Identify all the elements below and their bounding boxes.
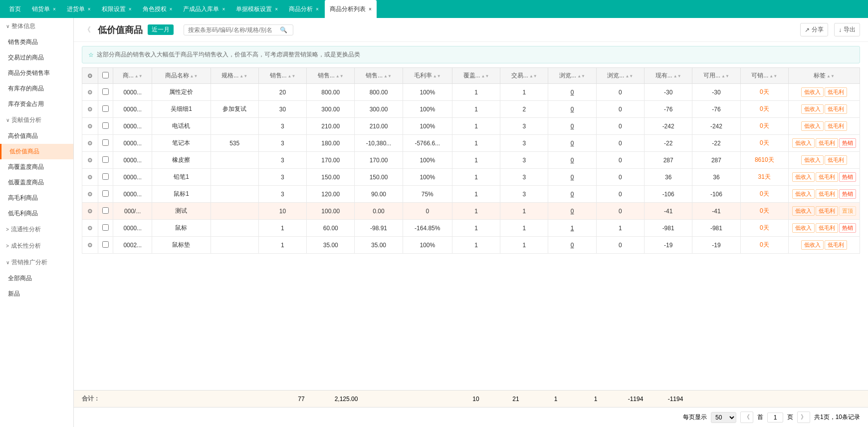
nav-permission-close[interactable]: × [129, 6, 132, 12]
nav-sales[interactable]: 销货单 × [27, 0, 61, 18]
sidebar-item-stock-goods[interactable]: 有库存的商品 [0, 81, 73, 96]
sidebar-group-contribution[interactable]: ∨ 贡献值分析 [0, 112, 73, 128]
row-view1[interactable]: 0 [548, 118, 596, 135]
nav-analysis-list-close[interactable]: × [369, 6, 372, 12]
row-view1[interactable]: 0 [548, 152, 596, 169]
row-select-checkbox[interactable] [102, 241, 109, 248]
sidebar-group-growth[interactable]: > 成长性分析 [0, 238, 73, 254]
row-checkbox[interactable] [98, 237, 113, 254]
row-settings[interactable]: ⚙ [82, 186, 98, 203]
col-margin[interactable]: 毛利率▲▼ [403, 68, 452, 84]
row-checkbox[interactable] [98, 101, 113, 118]
sidebar-group-marketing[interactable]: ∨ 营销推广分析 [0, 254, 73, 271]
row-view1[interactable]: 0 [548, 237, 596, 254]
col-sale-profit[interactable]: 销售...▲▼ [355, 68, 403, 84]
nav-template[interactable]: 单据模板设置 × [231, 0, 283, 18]
nav-purchase[interactable]: 进货单 × [62, 0, 96, 18]
row-select-checkbox[interactable] [102, 139, 109, 146]
row-select-checkbox[interactable] [102, 105, 109, 112]
row-checkbox[interactable] [98, 152, 113, 169]
col-settings[interactable]: ⚙ [82, 68, 98, 84]
last-page-btn[interactable]: 》 [797, 412, 810, 423]
row-view1[interactable]: 0 [548, 84, 596, 101]
row-view1[interactable]: 0 [548, 101, 596, 118]
search-input[interactable] [188, 26, 278, 33]
row-view1[interactable]: 0 [548, 169, 596, 186]
col-current[interactable]: 现有...▲▼ [645, 68, 692, 84]
col-coverage[interactable]: 覆盖...▲▼ [452, 68, 500, 84]
share-button[interactable]: ↗ 分享 [800, 23, 828, 36]
col-available[interactable]: 可用...▲▼ [692, 68, 740, 84]
row-view1[interactable]: 0 [548, 186, 596, 203]
col-view2[interactable]: 浏览...▲▼ [596, 68, 644, 84]
row-checkbox[interactable] [98, 135, 113, 152]
col-tags[interactable]: 标签▲▼ [789, 68, 860, 84]
nav-analysis-close[interactable]: × [316, 6, 319, 12]
first-page-btn[interactable]: 《 [740, 412, 753, 423]
nav-sales-close[interactable]: × [53, 6, 56, 12]
nav-permission[interactable]: 权限设置 × [97, 0, 137, 18]
row-settings[interactable]: ⚙ [82, 101, 98, 118]
nav-warehouse-close[interactable]: × [222, 6, 225, 12]
row-checkbox[interactable] [98, 169, 113, 186]
sidebar-item-high-margin[interactable]: 高毛利商品 [0, 190, 73, 206]
sidebar-item-traded-goods[interactable]: 交易过的商品 [0, 50, 73, 65]
row-settings[interactable]: ⚙ [82, 118, 98, 135]
nav-template-close[interactable]: × [275, 6, 278, 12]
sidebar-item-low-margin[interactable]: 低毛利商品 [0, 206, 73, 221]
row-view1[interactable]: 0 [548, 203, 596, 220]
row-settings[interactable]: ⚙ [82, 203, 98, 220]
view1-link[interactable]: 0 [571, 89, 574, 96]
sidebar-group-overall[interactable]: ∨ 整体信息 [0, 18, 73, 34]
col-saleable[interactable]: 可销...▲▼ [740, 68, 788, 84]
row-select-checkbox[interactable] [102, 190, 109, 197]
row-view1[interactable]: 1 [548, 220, 596, 237]
nav-role-close[interactable]: × [170, 6, 173, 12]
view1-link[interactable]: 1 [571, 225, 574, 232]
row-settings[interactable]: ⚙ [82, 135, 98, 152]
col-spec[interactable]: 规格...▲▼ [211, 68, 258, 84]
select-all-checkbox[interactable] [102, 72, 109, 78]
nav-purchase-close[interactable]: × [88, 6, 91, 12]
sidebar-item-high-coverage[interactable]: 高覆盖度商品 [0, 159, 73, 175]
sidebar-item-low-value[interactable]: 低价值商品 [0, 144, 73, 159]
sidebar-group-flow[interactable]: > 流通性分析 [0, 221, 73, 238]
col-view1[interactable]: 浏览...▲▼ [548, 68, 596, 84]
view1-link[interactable]: 0 [571, 123, 574, 130]
row-view1[interactable]: 0 [548, 135, 596, 152]
sidebar-item-low-coverage[interactable]: 低覆盖度商品 [0, 175, 73, 190]
nav-role[interactable]: 角色授权 × [138, 0, 178, 18]
row-checkbox[interactable] [98, 203, 113, 220]
sidebar-item-all-goods[interactable]: 全部商品 [0, 271, 73, 286]
page-number-input[interactable] [767, 413, 783, 423]
row-settings[interactable]: ⚙ [82, 152, 98, 169]
search-icon[interactable]: 🔍 [280, 26, 287, 33]
collapse-sidebar-btn[interactable]: 《 [82, 23, 93, 36]
nav-warehouse[interactable]: 产成品入库单 × [178, 0, 230, 18]
export-button[interactable]: ↓ 导出 [834, 23, 860, 36]
col-name[interactable]: 商品名称▲▼ [152, 68, 211, 84]
col-sale-qty[interactable]: 销售...▲▼ [258, 68, 306, 84]
nav-analysis-list[interactable]: 商品分析列表 × [325, 0, 377, 18]
col-code[interactable]: 商...▲▼ [113, 68, 152, 84]
view1-link[interactable]: 0 [571, 106, 574, 113]
sidebar-item-high-value[interactable]: 高价值商品 [0, 128, 73, 144]
col-sale-amount[interactable]: 销售...▲▼ [307, 68, 355, 84]
col-checkbox[interactable] [98, 68, 113, 84]
sidebar-item-capital[interactable]: 库存资金占用 [0, 96, 73, 112]
row-settings[interactable]: ⚙ [82, 237, 98, 254]
view1-link[interactable]: 0 [571, 140, 574, 147]
sidebar-item-category-rate[interactable]: 商品分类销售率 [0, 65, 73, 81]
filter-recent-month[interactable]: 近一月 [148, 24, 174, 35]
row-select-checkbox[interactable] [102, 122, 109, 129]
row-checkbox[interactable] [98, 186, 113, 203]
row-settings[interactable]: ⚙ [82, 84, 98, 101]
row-select-checkbox[interactable] [102, 173, 109, 180]
row-select-checkbox[interactable] [102, 156, 109, 163]
row-select-checkbox[interactable] [102, 224, 109, 231]
row-settings[interactable]: ⚙ [82, 169, 98, 186]
view1-link[interactable]: 0 [571, 157, 574, 164]
row-checkbox[interactable] [98, 118, 113, 135]
row-select-checkbox[interactable] [102, 207, 109, 214]
nav-home[interactable]: 首页 [4, 0, 26, 18]
